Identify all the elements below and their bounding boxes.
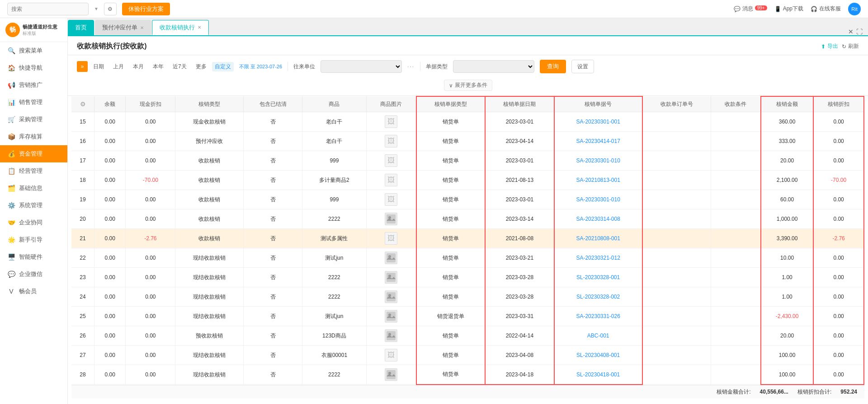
- cell-bill-no[interactable]: SA-20230314-008: [554, 209, 642, 229]
- maximize-btn[interactable]: ⛶: [856, 28, 863, 35]
- bill-no-link[interactable]: SA-20230301-010: [576, 196, 620, 203]
- cell-bill-no[interactable]: SA-20230301-001: [554, 112, 642, 132]
- bill-no-link[interactable]: SL-20230408-001: [576, 352, 620, 358]
- cell-bill-no[interactable]: ABC-001: [554, 326, 642, 346]
- bill-no-link[interactable]: SA-20230301-001: [576, 119, 620, 125]
- cell-id: 19: [71, 190, 94, 209]
- sidebar-item-purchase[interactable]: 🛒 采购管理: [0, 111, 67, 128]
- setting-button[interactable]: 设置: [571, 60, 594, 73]
- sidebar-item-system[interactable]: ⚙️ 系统管理: [0, 197, 67, 214]
- receipt-tab-close[interactable]: ✕: [198, 25, 201, 30]
- service-button[interactable]: 🎧 在线客服: [811, 5, 841, 13]
- money-icon: 💰: [7, 150, 15, 157]
- cell-product: 衣服00001: [302, 346, 367, 365]
- gear-icon[interactable]: ⚙: [104, 3, 117, 15]
- export-icon: ⬆: [821, 43, 826, 50]
- chevron-down-icon[interactable]: ▼: [94, 6, 99, 11]
- bill-no-link[interactable]: SL-20230418-001: [576, 371, 620, 378]
- avatar[interactable]: Rit: [848, 3, 861, 15]
- folder-icon: 🗂️: [7, 185, 15, 192]
- bill-no-link[interactable]: SA-20230331-026: [576, 313, 620, 319]
- bill-no-link[interactable]: ABC-001: [587, 333, 609, 339]
- writeoff-amount-value: 60.00: [780, 196, 794, 203]
- sidebar-item-wechat[interactable]: 💬 企业微信: [0, 266, 67, 283]
- export-button[interactable]: ⬆ 导出: [821, 43, 838, 50]
- advance-tab-label: 预付冲应付单: [102, 24, 137, 32]
- tab-advance[interactable]: 预付冲应付单 ✕: [95, 20, 151, 35]
- cell-bill-no[interactable]: SA-20210813-001: [554, 171, 642, 190]
- cell-cash-discount: -2.76: [126, 229, 175, 248]
- cash-discount-value: 0.00: [145, 255, 156, 261]
- cell-product: 2222: [302, 365, 367, 385]
- svg-rect-2: [387, 253, 396, 262]
- sidebar-item-guide[interactable]: 🌟 新手引导: [0, 231, 67, 248]
- sidebar-item-quicknav[interactable]: 🏠 快捷导航: [0, 59, 67, 76]
- cell-bill-no[interactable]: SA-20230301-010: [554, 190, 642, 209]
- th-settings[interactable]: ⚙: [71, 96, 94, 112]
- cell-writeoff-amount: 60.00: [761, 190, 813, 209]
- bill-no-link[interactable]: SA-20230314-008: [576, 216, 620, 222]
- cell-writeoff-amount: 1.00: [761, 287, 813, 307]
- sidebar-item-sales[interactable]: 📊 销售管理: [0, 94, 67, 111]
- cell-bill-no[interactable]: SA-20230321-012: [554, 248, 642, 268]
- single-type-select[interactable]: [453, 60, 534, 73]
- sidebar-item-finance[interactable]: 💰 资金管理: [0, 145, 67, 162]
- tab-home[interactable]: 首页: [68, 20, 94, 35]
- sidebar-item-member[interactable]: V 畅会员: [0, 283, 67, 300]
- sidebar-item-hardware[interactable]: 🖥️ 智能硬件: [0, 248, 67, 266]
- bill-no-link[interactable]: SA-20210813-001: [576, 177, 620, 183]
- sidebar-item-business[interactable]: 📋 经营管理: [0, 162, 67, 180]
- last-7days-btn[interactable]: 近7天: [169, 62, 190, 71]
- logo: 畅 畅捷通道好生意 标准版: [0, 18, 67, 42]
- app-download-button[interactable]: 📱 App下载: [774, 5, 803, 13]
- product-image: [385, 290, 397, 303]
- sidebar-item-collab[interactable]: 🤝 企业协同: [0, 214, 67, 231]
- cell-bill-no[interactable]: SA-20230414-017: [554, 132, 642, 151]
- monitor-icon: 🖥️: [7, 253, 15, 261]
- cell-bill-no[interactable]: SL-20230328-002: [554, 287, 642, 307]
- svg-rect-4: [387, 273, 396, 282]
- sidebar-item-basic[interactable]: 🗂️ 基础信息: [0, 180, 67, 197]
- advance-tab-close[interactable]: ✕: [140, 25, 144, 30]
- sidebar-item-search[interactable]: 🔍 搜索菜单: [0, 42, 67, 59]
- close-tab-btn[interactable]: ✕: [848, 28, 854, 35]
- bill-no-link[interactable]: SA-20230301-010: [576, 157, 620, 164]
- custom-date-btn[interactable]: 自定义: [212, 62, 234, 71]
- more-date-btn[interactable]: 更多: [192, 62, 210, 71]
- cell-bill-no[interactable]: SA-20210808-001: [554, 229, 642, 248]
- tab-bar: 首页 预付冲应付单 ✕ 收款核销执行 ✕ ✕ ⛶: [68, 18, 868, 36]
- cell-balance: 0.00: [94, 190, 126, 209]
- last-month-btn[interactable]: 上月: [109, 62, 127, 71]
- cell-bill-no[interactable]: SL-20230418-001: [554, 365, 642, 385]
- sidebar-item-inventory[interactable]: 📦 库存核算: [0, 128, 67, 145]
- bill-no-link[interactable]: SL-20230328-001: [576, 274, 620, 280]
- refresh-button[interactable]: ↻ 刷新: [842, 43, 859, 50]
- sidebar-item-marketing[interactable]: 📢 营销推广: [0, 76, 67, 94]
- tab-receipt[interactable]: 收款核销执行 ✕: [152, 20, 209, 35]
- expand-more-button[interactable]: ∨ 展开更多条件: [444, 80, 492, 91]
- bill-no-link[interactable]: SA-20230321-012: [576, 255, 620, 261]
- cell-bill-no[interactable]: SA-20230331-026: [554, 307, 642, 326]
- cell-writeoff-amount: 100.00: [761, 365, 813, 385]
- search-input[interactable]: [7, 3, 89, 15]
- this-year-btn[interactable]: 本年: [149, 62, 167, 71]
- message-button[interactable]: 💬 消息 99+: [734, 5, 767, 13]
- this-month-btn[interactable]: 本月: [129, 62, 147, 71]
- cell-balance: 0.00: [94, 132, 126, 151]
- query-button[interactable]: 查询: [540, 60, 566, 73]
- filter-toggle-button[interactable]: »: [77, 61, 88, 72]
- cell-balance: 0.00: [94, 112, 126, 132]
- writeoff-amount-value: 20.00: [780, 157, 794, 164]
- cell-writeoff-type: 收款核销: [175, 209, 244, 229]
- cell-cash-discount: 0.00: [126, 151, 175, 171]
- bill-no-link[interactable]: SA-20230414-017: [576, 138, 620, 144]
- cell-bill-no[interactable]: SL-20230328-001: [554, 268, 642, 287]
- cell-bill-no[interactable]: SA-20230301-010: [554, 151, 642, 171]
- cell-balance: 0.00: [94, 171, 126, 190]
- industry-button[interactable]: 休验行业方案: [122, 3, 170, 15]
- bill-no-link[interactable]: SA-20210808-001: [576, 235, 620, 242]
- bill-no-link[interactable]: SL-20230328-002: [576, 294, 620, 300]
- counterparty-select[interactable]: [321, 60, 402, 73]
- cell-cash-discount: 0.00: [126, 132, 175, 151]
- cell-bill-no[interactable]: SL-20230408-001: [554, 346, 642, 365]
